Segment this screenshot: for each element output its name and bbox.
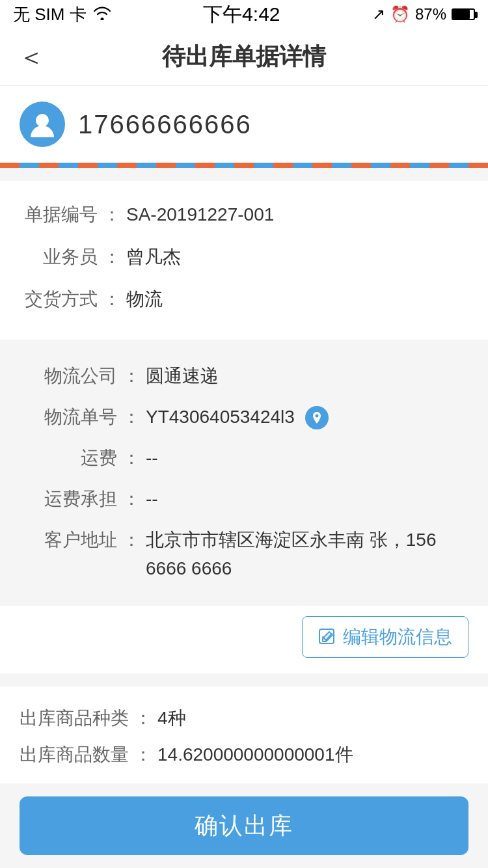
tracking-number-value: YT43064053424l3 <box>146 403 449 432</box>
sales-person-row: 业务员 ： 曾凡杰 <box>20 243 468 272</box>
goods-section: 出库商品种类 ： 4种 出库商品数量 ： 14.620000000000001件 <box>0 686 488 792</box>
user-card: 17666666666 <box>0 86 488 163</box>
nav-title: 待出库单据详情 <box>162 41 326 73</box>
location-status-icon: ↗ <box>372 5 385 23</box>
nav-bar: ＜ 待出库单据详情 <box>0 29 488 86</box>
goods-quantity-row: 出库商品数量 ： 14.620000000000001件 <box>20 742 468 767</box>
logistics-company-value: 圆通速递 <box>146 362 449 391</box>
wifi-icon <box>93 5 111 25</box>
dm-colon: ： <box>103 285 121 314</box>
svg-point-0 <box>36 114 49 127</box>
freight-bearer-row: 运费承担 ： -- <box>39 485 449 514</box>
logistics-company-label: 物流公司 <box>39 362 117 391</box>
address-value: 北京市市辖区海淀区永丰南 张，156 6666 6666 <box>146 526 449 584</box>
goods-types-row: 出库商品种类 ： 4种 <box>20 706 468 731</box>
user-phone: 17666666666 <box>78 110 252 139</box>
document-number-value: SA-20191227-001 <box>126 200 468 230</box>
confirm-outbound-button[interactable]: 确认出库 <box>20 796 468 855</box>
avatar <box>20 102 65 147</box>
page-content: 17666666666 单据编号 ： SA-20191227-001 业务员 ：… <box>0 86 488 868</box>
sales-person-value: 曾凡杰 <box>126 243 468 272</box>
freight-bearer-label: 运费承担 <box>39 485 117 514</box>
doc-colon: ： <box>103 200 121 230</box>
battery-icon <box>452 8 475 20</box>
confirm-button-container: 确认出库 <box>0 783 488 868</box>
status-left: 无 SIM 卡 <box>13 3 111 26</box>
address-row: 客户地址 ： 北京市市辖区海淀区永丰南 张，156 6666 6666 <box>39 526 449 584</box>
goods-types-value: 4种 <box>157 706 468 731</box>
goods-quantity-value: 14.620000000000001件 <box>157 742 468 767</box>
alarm-icon: ⏰ <box>390 5 410 23</box>
edit-icon <box>318 628 336 646</box>
sales-person-label: 业务员 <box>20 243 98 272</box>
status-time: 下午4:42 <box>203 1 280 28</box>
status-bar: 无 SIM 卡 下午4:42 ↗ ⏰ 87% <box>0 0 488 29</box>
document-number-row: 单据编号 ： SA-20191227-001 <box>20 200 468 230</box>
address-label: 客户地址 <box>39 526 117 555</box>
freight-value: -- <box>146 444 449 473</box>
freight-row: 运费 ： -- <box>39 444 449 473</box>
edit-logistics-container: 编辑物流信息 <box>0 606 488 673</box>
dashed-divider <box>0 163 488 168</box>
logistics-card: 物流公司 ： 圆通速递 物流单号 ： YT43064053424l3 运费 ： … <box>20 346 468 599</box>
edit-logistics-label: 编辑物流信息 <box>343 625 452 649</box>
back-button[interactable]: ＜ <box>18 39 44 75</box>
carrier-text: 无 SIM 卡 <box>13 3 87 26</box>
delivery-method-label: 交货方式 <box>20 285 98 314</box>
edit-logistics-button[interactable]: 编辑物流信息 <box>302 616 468 658</box>
delivery-method-row: 交货方式 ： 物流 <box>20 285 468 314</box>
battery-text: 87% <box>415 5 446 23</box>
document-number-label: 单据编号 <box>20 200 98 230</box>
status-right: ↗ ⏰ 87% <box>372 5 475 23</box>
tracking-location-icon[interactable] <box>305 406 329 429</box>
tracking-number-row: 物流单号 ： YT43064053424l3 <box>39 403 449 432</box>
section-divider-1 <box>0 673 488 686</box>
freight-bearer-value: -- <box>146 485 449 514</box>
sp-colon: ： <box>103 243 121 272</box>
logistics-company-row: 物流公司 ： 圆通速递 <box>39 362 449 391</box>
goods-types-label: 出库商品种类 <box>20 706 129 731</box>
tracking-number-label: 物流单号 <box>39 403 117 432</box>
delivery-method-value: 物流 <box>126 285 468 314</box>
goods-quantity-label: 出库商品数量 <box>20 742 129 767</box>
basic-info-section: 单据编号 ： SA-20191227-001 业务员 ： 曾凡杰 交货方式 ： … <box>0 181 488 340</box>
freight-label: 运费 <box>39 444 117 473</box>
